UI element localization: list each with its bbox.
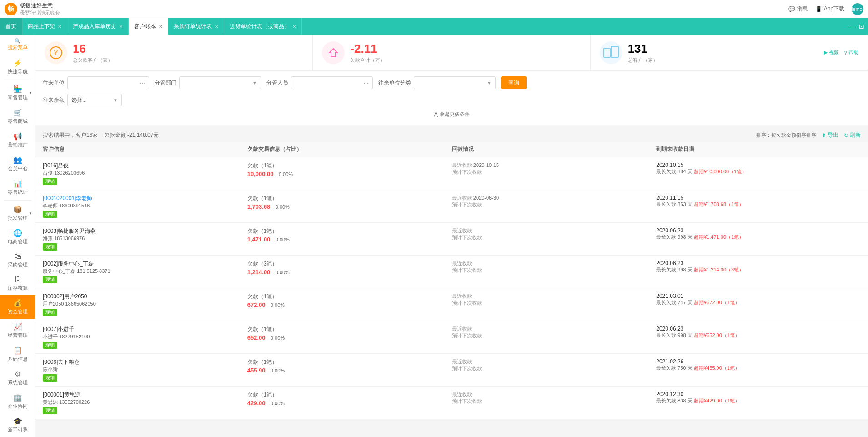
export-button[interactable]: ⬆ 导出 [822, 131, 838, 139]
dept-select[interactable]: ▼ [179, 76, 261, 89]
due-cell: 2020.06.23 最长欠款 998 天 超期¥1,214.00（3笔） [656, 260, 861, 273]
tab-minimize-icon[interactable]: — [849, 23, 855, 30]
sidebar-item-retail-stats[interactable]: 📊 零售统计 [0, 176, 35, 199]
overdue-text[interactable]: 超期¥455.90（1笔） [694, 365, 740, 371]
phone-icon: 📱 [815, 6, 822, 12]
search-button[interactable]: 查询 [501, 76, 527, 89]
sidebar-item-ecommerce[interactable]: 🌐 电商管理 [0, 225, 35, 249]
customer-phone: 吕俊 13026203696 [43, 170, 247, 176]
unit-select[interactable]: ··· [67, 76, 149, 89]
header-right: 💬 消息 📱 App下载 demo2 [788, 3, 863, 15]
customer-phone: 海燕 18513066976 [43, 235, 247, 242]
overdue-text[interactable]: 超期¥429.00（1笔） [694, 398, 740, 403]
app-download-button[interactable]: 📱 App下载 [815, 5, 844, 13]
person-select[interactable]: ··· [291, 76, 373, 89]
logo-area: 畅 畅捷通好生意 母婴行业演示账套 [5, 2, 60, 16]
sidebar-item-retail-mgmt[interactable]: 🏪 零售管理 ▼ [0, 81, 35, 105]
customer-cell: [0001020001]李老师 李老师 18600391516 现销 [43, 195, 247, 218]
tab-finished-goods[interactable]: 产成品入库单历史 ✕ [67, 18, 129, 35]
overdue-days: 最长欠款 853 天 [656, 201, 692, 207]
chevron-down-icon: ▼ [487, 80, 492, 85]
sidebar-item-basic-info[interactable]: 📋 基础信息 [0, 342, 35, 366]
sidebar-item-system[interactable]: ⚙ 系统管理 [0, 366, 35, 390]
video-button[interactable]: ▶ 视频 [824, 49, 839, 56]
next-label: 预计下次收款 [452, 169, 482, 175]
debt-percent: 0.00% [279, 171, 293, 177]
stat-total-customers: 131 总客户（家） ▶ 视频 ? 帮助 [591, 35, 868, 70]
close-icon[interactable]: ✕ [215, 24, 218, 29]
close-icon[interactable]: ✕ [58, 24, 61, 29]
filter-group-category: 往来单位分类 ▼ [378, 76, 496, 89]
overdue-text[interactable]: 超期¥1,703.68（1笔） [694, 201, 744, 207]
recent-label: 最近收款 [452, 195, 472, 201]
table-row: [0006]去下粮仓 陈小斯 现销 欠款（1笔） 455.90 0.00% 最近… [35, 354, 868, 387]
result-actions: 排序：按欠款金额倒序排序 ⬆ 导出 ↻ 刷新 [756, 131, 861, 139]
total-customers-label: 总客户（家） [628, 57, 658, 64]
customer-cell: [000001]黄思源 黄思源 13552700226 现销 [43, 391, 247, 414]
tab-purchase-stats-label: 进货单统计表（按商品） [230, 23, 290, 30]
sidebar-item-member[interactable]: 👥 会员中心 [0, 152, 35, 176]
overdue-days: 最长欠款 747 天 [656, 300, 692, 305]
wholesale-icon: 📦 [13, 205, 22, 214]
overdue-text[interactable]: 超期¥652.00（1笔） [694, 332, 740, 338]
due-date: 2021.02.26 [656, 358, 861, 365]
next-label: 预计下次收款 [452, 398, 482, 404]
tab-home[interactable]: 首页 [0, 18, 22, 35]
tab-purchase-stats[interactable]: 进货单统计表（按商品） ✕ [224, 18, 302, 35]
close-icon[interactable]: ✕ [292, 24, 296, 29]
user-menu[interactable]: demo2 [852, 3, 863, 15]
sidebar-item-wholesale[interactable]: 📦 批发管理 ▼ [0, 201, 35, 225]
due-cell: 2020.12.30 最长欠款 808 天 超期¥429.00（1笔） [656, 391, 861, 404]
category-select[interactable]: ▼ [414, 76, 496, 89]
overdue-text[interactable]: 超期¥1,214.00（3笔） [694, 267, 744, 272]
customer-tag: 现销 [43, 342, 57, 349]
debt-count: 欠款（1笔） [247, 358, 452, 366]
sidebar-item-retail-mall[interactable]: 🛒 零售商城 [0, 105, 35, 128]
search-icon: 🔍 [2, 38, 33, 44]
customer-cell: [000002]用户2050 用户2050 18665062050 现销 [43, 293, 247, 316]
info-icon: 📋 [13, 346, 22, 355]
retail-icon: 🏪 [13, 85, 22, 93]
tab-home-label: 首页 [5, 23, 16, 30]
sidebar-item-marketing[interactable]: 📢 营销推广 [0, 128, 35, 152]
sidebar-item-inventory[interactable]: 🗄 库存核算 [0, 272, 35, 295]
customer-id[interactable]: [0001020001]李老师 [43, 195, 247, 202]
stat-overdue-customers: ¥ 16 总欠款客户（家） [35, 35, 313, 70]
wholesale-label: 批发管理 [8, 215, 28, 221]
sidebar-item-guide[interactable]: 🎓 新手引导 [0, 413, 35, 437]
refresh-button[interactable]: ↻ 刷新 [844, 131, 861, 139]
close-icon[interactable]: ✕ [159, 24, 162, 29]
tab-customer-account[interactable]: 客户账本 ✕ [129, 18, 168, 35]
refresh-icon: ↻ [844, 132, 848, 139]
debt-cell: 欠款（1笔） 1,471.00 0.00% [247, 227, 452, 243]
sidebar-item-quick-nav[interactable]: ⚡ 快捷导航 [0, 55, 35, 79]
overdue-text[interactable]: 超期¥10,000.00（1笔） [694, 169, 747, 174]
recovery-cell: 最近收款 预计下次收款 [452, 293, 657, 306]
close-icon[interactable]: ✕ [119, 24, 123, 29]
message-button[interactable]: 💬 消息 [788, 5, 808, 13]
help-button[interactable]: ? 帮助 [844, 49, 858, 56]
customer-tag: 现销 [43, 211, 57, 218]
overdue-text[interactable]: 超期¥672.00（1笔） [694, 300, 740, 305]
dots-icon: ··· [363, 79, 369, 86]
sidebar-item-business[interactable]: 📈 经营管理 [0, 319, 35, 342]
debt-cell: 欠款（1笔） 429.00 0.00% [247, 391, 452, 407]
overdue-text[interactable]: 超期¥1,471.00（1笔） [694, 234, 744, 240]
sidebar-item-finance[interactable]: 💰 资金管理 [0, 295, 35, 319]
debt-count: 欠款（1笔） [247, 293, 452, 301]
sidebar-item-purchase[interactable]: 🛍 采购管理 [0, 249, 35, 272]
overdue-days: 最长欠款 808 天 [656, 398, 692, 403]
sidebar-search[interactable]: 🔍 搜索菜单 [0, 35, 35, 55]
balance-select[interactable]: 选择... ▼ [67, 94, 122, 106]
refresh-label: 刷新 [850, 131, 861, 139]
tab-products-listing[interactable]: 商品上下架 ✕ [22, 18, 67, 35]
filter-area: 往来单位 ··· 分管部门 ▼ 分管人员 [35, 71, 868, 125]
purchase-icon: 🛍 [14, 252, 21, 261]
sidebar-item-enterprise[interactable]: 🏢 企业协同 [0, 390, 35, 413]
collapse-button[interactable]: ⋀ 收起更多条件 [434, 111, 470, 118]
svg-text:¥: ¥ [54, 49, 58, 56]
tab-purchase-order[interactable]: 采购订单统计表 ✕ [168, 18, 224, 35]
tab-expand-icon[interactable]: ⊡ [859, 23, 864, 30]
ecommerce-icon: 🌐 [13, 229, 22, 237]
customer-id: [000001]黄思源 [43, 391, 247, 399]
